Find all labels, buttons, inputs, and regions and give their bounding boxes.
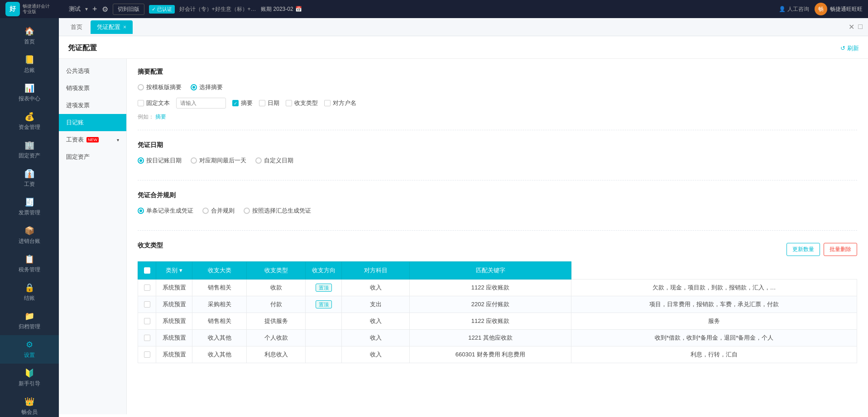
sidebar-item-close[interactable]: 🔒 结账 <box>0 278 59 307</box>
th-category: 类别 ▾ <box>156 262 192 280</box>
summary-radio-select[interactable]: 选择摘要 <box>191 83 223 91</box>
sidebar-item-salary[interactable]: 👔 工资 <box>0 164 59 193</box>
row-tag-5 <box>306 346 342 363</box>
update-count-button[interactable]: 更新数量 <box>786 243 820 256</box>
sidebar-item-assets[interactable]: 🏢 固定资产 <box>0 136 59 164</box>
batch-delete-button[interactable]: 批量删除 <box>824 243 857 256</box>
home-icon: 🏠 <box>24 26 34 36</box>
tab-close-icon[interactable]: × <box>123 24 126 30</box>
guide-icon: 🔰 <box>24 368 34 378</box>
row-category-4: 系统预置 <box>156 330 192 346</box>
company-dropdown-icon[interactable]: ▾ <box>85 6 88 12</box>
main-layout: 🏠 首页 📒 总账 📊 报表中心 💰 资金管理 🏢 固定资产 👔 工资 🧾 发票… <box>0 18 868 417</box>
date-radio-custom[interactable]: 自定义日期 <box>255 156 293 165</box>
date-section: 凭证日期 按日记账日期 对应期间最后一天 <box>138 141 857 180</box>
logo-icon: 好 <box>5 2 20 16</box>
summary-checkbox-row: 固定文本 ✓ 摘要 日期 <box>138 98 857 109</box>
top-tag-2[interactable]: 置顶 <box>316 300 332 308</box>
sidebar-item-archive[interactable]: 📁 归档管理 <box>0 307 59 335</box>
row-keywords-4: 收到*借款，收到*备用金，退回*备用金，个人 <box>571 330 857 346</box>
income-section-title: 收支类型 <box>138 242 163 250</box>
page-header: 凭证配置 ↺ 刷新 <box>59 36 868 59</box>
radio-journal-date-circle <box>138 157 144 164</box>
row-checkbox-1[interactable] <box>138 280 156 296</box>
tab-voucher-config[interactable]: 凭证配置 × <box>91 20 133 34</box>
inner-sidebar-payroll[interactable]: 工资表 NEW ▾ <box>59 131 126 148</box>
radio-select-circle <box>191 84 197 90</box>
row-subject-2: 2202 应付账款 <box>410 296 571 313</box>
date-radio-journal[interactable]: 按日记账日期 <box>138 156 182 165</box>
topbar-settings-icon[interactable]: ⚙ <box>102 5 108 14</box>
calendar-icon[interactable]: 📅 <box>295 6 302 12</box>
sidebar-item-invoice[interactable]: 🧾 发票管理 <box>0 193 59 221</box>
row-category-1: 系统预置 <box>156 280 192 296</box>
checkbox-date[interactable]: 日期 <box>259 99 279 107</box>
inner-sidebar-journal[interactable]: 日记账 <box>59 114 126 131</box>
row-bigtype-1: 销售相关 <box>192 280 247 296</box>
date-radio-group: 按日记账日期 对应期间最后一天 自定义日期 <box>138 156 857 165</box>
checkbox-summary[interactable]: ✓ 摘要 <box>232 99 253 107</box>
row-checkbox-2[interactable] <box>138 296 156 313</box>
checkbox-fixed-text[interactable]: 固定文本 <box>138 99 170 107</box>
table-row: 系统预置 销售相关 收款 置顶 收入 1122 应收账款 欠款，现金，项目款，到… <box>138 280 857 296</box>
sidebar-item-tax[interactable]: 📋 税务管理 <box>0 250 59 278</box>
sidebar-item-ledger[interactable]: 📒 总账 <box>0 50 59 79</box>
topbar-right: 👤 人工咨询 畅 畅捷通旺旺旺 <box>779 3 863 15</box>
top-tag-1[interactable]: 置顶 <box>316 284 332 292</box>
support-button[interactable]: 👤 人工咨询 <box>779 5 809 13</box>
summary-checkbox: ✓ <box>232 100 239 106</box>
refresh-icon: ↺ <box>840 45 845 52</box>
row-direction-3: 收入 <box>342 313 410 330</box>
row-subject-4: 1221 其他应收款 <box>410 330 571 346</box>
refresh-button[interactable]: ↺ 刷新 <box>840 44 859 52</box>
sidebar-item-reports[interactable]: 📊 报表中心 <box>0 79 59 107</box>
radio-summary-gen-circle <box>244 208 250 214</box>
inner-sidebar-fixed-assets[interactable]: 固定资产 <box>59 148 126 166</box>
checkbox-counterpart[interactable]: 对方户名 <box>324 99 356 107</box>
income-section: 收支类型 更新数量 批量删除 ☑ <box>138 242 857 363</box>
type-checkbox <box>286 100 292 106</box>
select-all-checkbox[interactable]: ☑ <box>144 267 150 274</box>
inner-sidebar-public[interactable]: 公共选项 <box>59 62 126 80</box>
summary-radio-template[interactable]: 按模板版摘要 <box>138 83 182 91</box>
row-type-2: 付款 <box>247 296 306 313</box>
sidebar-item-guide[interactable]: 🔰 新手引导 <box>0 364 59 392</box>
table-header-row: 收支类型 更新数量 批量删除 <box>138 242 857 257</box>
date-radio-period-last[interactable]: 对应期间最后一天 <box>191 156 246 165</box>
inner-sidebar-purchase-inv[interactable]: 进项发票 <box>59 97 126 114</box>
chevron-down-icon: ▾ <box>117 137 119 142</box>
ledger-icon: 📒 <box>24 55 34 65</box>
sidebar-item-member[interactable]: 👑 畅会员 <box>0 392 59 417</box>
row-category-2: 系统预置 <box>156 296 192 313</box>
sidebar-item-settings[interactable]: ⚙ 设置 <box>0 335 59 364</box>
tax-icon: 📋 <box>24 254 34 264</box>
sidebar-item-home[interactable]: 🏠 首页 <box>0 22 59 50</box>
checkbox-type[interactable]: 收支类型 <box>286 99 318 107</box>
row-category-5: 系统预置 <box>156 346 192 363</box>
row-checkbox-5[interactable] <box>138 346 156 363</box>
sidebar-item-purchase[interactable]: 📦 进销台账 <box>0 221 59 250</box>
radio-custom-date-circle <box>255 157 262 164</box>
inner-sidebar-sales[interactable]: 销项发票 <box>59 80 126 97</box>
window-close-icon[interactable]: ✕ <box>849 23 854 31</box>
fixed-text-input[interactable] <box>176 98 226 109</box>
th-subject: 对方科目 <box>342 262 410 280</box>
sidebar-item-funds[interactable]: 💰 资金管理 <box>0 107 59 136</box>
merge-radio-merge[interactable]: 合并规则 <box>202 207 235 215</box>
add-icon[interactable]: + <box>92 5 97 14</box>
window-maximize-icon[interactable]: □ <box>858 23 863 31</box>
table-row: 系统预置 采购相关 付款 置顶 支出 2202 应付账款 项目，日常费用，报销款… <box>138 296 857 313</box>
row-tag-3 <box>306 313 342 330</box>
merge-radio-single[interactable]: 单条记录生成凭证 <box>138 207 193 215</box>
tab-home[interactable]: 首页 <box>64 20 89 34</box>
row-direction-2: 支出 <box>342 296 410 313</box>
th-bigtype: 收支大类 <box>192 262 247 280</box>
row-checkbox-3[interactable] <box>138 313 156 330</box>
user-menu[interactable]: 畅 畅捷通旺旺旺 <box>815 3 863 15</box>
merge-radio-summary[interactable]: 按照选择汇总生成凭证 <box>244 207 311 215</box>
page-content: 凭证配置 ↺ 刷新 公共选项 销项发票 进项发票 <box>59 36 868 417</box>
row-checkbox-4[interactable] <box>138 330 156 346</box>
switch-version-button[interactable]: 切到旧版 <box>113 4 144 15</box>
funds-icon: 💰 <box>24 112 34 122</box>
counterpart-checkbox <box>324 100 331 106</box>
